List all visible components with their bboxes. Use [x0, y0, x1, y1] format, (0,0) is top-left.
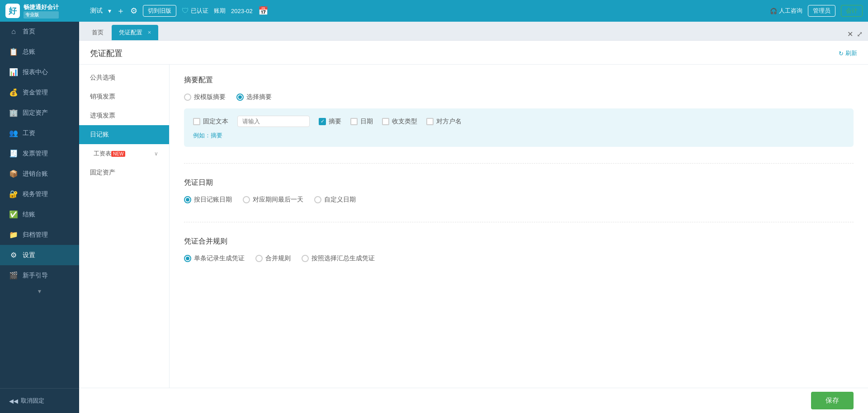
expand-icon: ∨: [154, 150, 158, 157]
sidebar-item-guide[interactable]: 🎬 新手引导: [0, 265, 79, 286]
sidebar-item-reports[interactable]: 📊 报表中心: [0, 62, 79, 82]
unpin-btn[interactable]: ◀◀ 取消固定: [0, 392, 79, 409]
header-center: 测试 ▾ ＋ ⚙ 切到旧版 🛡 已认证 账期 2023-02 📅: [85, 5, 770, 17]
close-tab-btn[interactable]: ✕: [847, 30, 853, 38]
accountant-btn[interactable]: 会计: [841, 5, 863, 17]
tab-config-label: 凭证配置: [119, 29, 142, 36]
config-area: 摘要配置 按模版摘要 选择摘要: [170, 65, 868, 388]
calendar-icon[interactable]: 📅: [258, 6, 268, 16]
left-nav-sales-invoice[interactable]: 销项发票: [79, 87, 169, 106]
sidebar-item-label: 设置: [23, 251, 35, 259]
page-title: 凭证配置: [90, 48, 123, 59]
checkbox-summary[interactable]: ✓ 摘要: [319, 117, 341, 126]
left-nav-public[interactable]: 公共选项: [79, 68, 169, 87]
checkbox-box-payment-type: [382, 118, 389, 125]
left-nav-fixed-assets[interactable]: 固定资产: [79, 163, 169, 182]
fixed-text-input[interactable]: [237, 116, 310, 127]
consult-btn[interactable]: 🎧 人工咨询: [770, 7, 802, 15]
sidebar-item-assets[interactable]: 🏢 固定资产: [0, 103, 79, 123]
sidebar-item-closing[interactable]: ✅ 结账: [0, 204, 79, 225]
checkbox-box-fixed-text: [193, 118, 200, 125]
fullscreen-tab-btn[interactable]: ⤢: [857, 30, 863, 38]
sidebar-item-label: 进销台账: [23, 170, 48, 178]
left-nav: 公共选项 销项发票 进项发票 日记账 工资表 NEW ∨: [79, 65, 170, 388]
archive-icon: 📁: [9, 230, 18, 239]
tab-close-icon[interactable]: ×: [148, 29, 151, 36]
radio-select[interactable]: 选择摘要: [236, 93, 272, 101]
sidebar-item-label: 报表中心: [23, 68, 48, 76]
radio-select-merge[interactable]: 按照选择汇总生成凭证: [302, 254, 375, 263]
sidebar-item-home[interactable]: ⌂ 首页: [0, 22, 79, 42]
checkbox-payment-type[interactable]: 收支类型: [382, 117, 417, 126]
left-nav-payroll-table[interactable]: 工资表 NEW ∨: [79, 144, 169, 163]
settings-btn[interactable]: ⚙: [130, 6, 137, 16]
date-radio-group: 按日记账日期 对应期间最后一天 自定义日期: [184, 196, 854, 204]
sidebar-item-label: 结账: [23, 211, 35, 219]
refresh-btn[interactable]: ↻ 刷新: [839, 49, 857, 57]
summary-section-title: 摘要配置: [184, 75, 854, 85]
invoices-icon: 🧾: [9, 149, 18, 158]
add-btn[interactable]: ＋: [117, 5, 125, 16]
page-header: 凭证配置 ↻ 刷新: [79, 41, 868, 65]
sidebar-item-label: 发票管理: [23, 150, 48, 158]
consult-label: 人工咨询: [779, 7, 802, 15]
switch-old-btn[interactable]: 切到旧版: [143, 5, 176, 17]
sidebar-item-label: 新手引导: [23, 272, 48, 280]
save-btn[interactable]: 保存: [811, 392, 854, 409]
logo-area: 好 畅捷通好会计 专业版: [5, 3, 85, 19]
checkbox-box-summary: ✓: [319, 118, 326, 125]
sidebar-item-invoices[interactable]: 🧾 发票管理: [0, 143, 79, 164]
unpin-icon: ◀◀: [9, 398, 18, 404]
guide-icon: 🎬: [9, 271, 18, 280]
logo-sub: 专业版: [24, 11, 59, 19]
scroll-indicator: ▼: [0, 286, 79, 297]
tab-config[interactable]: 凭证配置 ×: [112, 25, 158, 40]
sidebar-item-sales[interactable]: 📦 进销台账: [0, 164, 79, 184]
radio-journal-date[interactable]: 按日记账日期: [184, 196, 232, 204]
company-dropdown-btn[interactable]: ▾: [108, 7, 111, 14]
checkbox-fixed-text[interactable]: 固定文本: [193, 117, 228, 126]
sidebar-item-ledger[interactable]: 📋 总账: [0, 42, 79, 62]
radio-circle-template: [184, 94, 191, 101]
radio-merge-rule[interactable]: 合并规则: [255, 254, 291, 263]
checkbox-box-counterparty: [426, 118, 434, 125]
sidebar-item-funds[interactable]: 💰 资金管理: [0, 82, 79, 103]
sidebar-item-tax[interactable]: 🔐 税务管理: [0, 184, 79, 204]
radio-circle-custom-date: [314, 196, 321, 203]
left-nav-purchase-invoice[interactable]: 进项发票: [79, 106, 169, 125]
sales-icon: 📦: [9, 169, 18, 178]
tab-bar: 首页 凭证配置 × ✕ ⤢: [79, 22, 868, 41]
left-nav-journal[interactable]: 日记账: [79, 125, 169, 144]
radio-circle-merge-rule: [255, 255, 263, 262]
certified-label: 已认证: [191, 7, 208, 15]
checkbox-date[interactable]: 日期: [350, 117, 373, 126]
example-text: 例如：摘要: [193, 131, 844, 140]
sidebar-item-archive[interactable]: 📁 归档管理: [0, 225, 79, 245]
reports-icon: 📊: [9, 68, 18, 76]
merge-section: 凭证合并规则 单条记录生成凭证 合并规则: [184, 237, 854, 281]
scroll-down-arrow[interactable]: ▼: [37, 288, 42, 295]
header-right: 🎧 人工咨询 管理员 会计: [770, 5, 863, 17]
summary-radio-group: 按模版摘要 选择摘要: [184, 93, 854, 101]
sidebar-item-label: 归档管理: [23, 231, 48, 239]
radio-custom-date[interactable]: 自定义日期: [314, 196, 356, 204]
radio-circle-period-last: [243, 196, 250, 203]
checkbox-counterparty[interactable]: 对方户名: [426, 117, 462, 126]
manager-btn[interactable]: 管理员: [808, 5, 835, 17]
sidebar-item-settings[interactable]: ⚙ 设置: [0, 245, 79, 265]
certified-badge: 🛡 已认证: [182, 7, 208, 15]
radio-single[interactable]: 单条记录生成凭证: [184, 254, 245, 263]
radio-period-last[interactable]: 对应期间最后一天: [243, 196, 303, 204]
sidebar-item-label: 首页: [23, 28, 35, 36]
radio-circle-single: [184, 255, 191, 262]
sidebar-item-label: 总账: [23, 48, 35, 56]
logo-title: 畅捷通好会计: [24, 3, 59, 11]
tab-home[interactable]: 首页: [85, 25, 111, 40]
inner-layout: 公共选项 销项发票 进项发票 日记账 工资表 NEW ∨: [79, 65, 868, 388]
merge-radio-group: 单条记录生成凭证 合并规则 按照选择汇总生成凭证: [184, 254, 854, 263]
sidebar-item-payroll[interactable]: 👥 工资: [0, 123, 79, 143]
radio-template[interactable]: 按模版摘要: [184, 93, 226, 101]
sidebar-item-label: 工资: [23, 129, 35, 137]
sidebar-item-label: 税务管理: [23, 190, 48, 198]
new-badge: NEW: [111, 151, 125, 157]
